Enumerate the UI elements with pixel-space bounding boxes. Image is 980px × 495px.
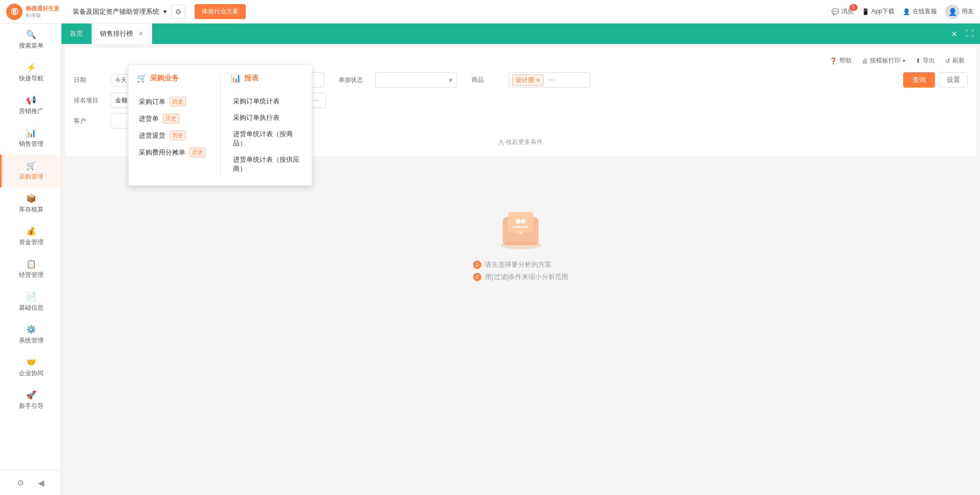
- sidebar-item-cooperation[interactable]: 🤝 企业协同: [0, 351, 61, 384]
- svg-rect-5: [513, 226, 528, 228]
- sidebar-label-finance: 资金管理: [19, 238, 44, 247]
- help-button[interactable]: ❓ 帮助: [826, 54, 855, 67]
- trial-button[interactable]: 体验行业方案: [195, 4, 246, 19]
- menu-item-purchase-order[interactable]: 采购订单 历史: [137, 93, 210, 110]
- collapse-button[interactable]: ⋀ 收起更多条件: [499, 138, 543, 146]
- inventory-icon: 📦: [26, 193, 36, 203]
- base-info-icon: 📄: [26, 292, 36, 302]
- top-header: ⑥ 畅捷通好生意 标准版 装备及固定资产辅助管理系统 ▾ ⚙ 体验行业方案 💬 …: [0, 0, 980, 24]
- menu-item-purchase-order-stat[interactable]: 采购订单统计表: [231, 93, 304, 110]
- user-menu-button[interactable]: 👤 用友: [945, 5, 974, 19]
- inbound-label: 进货单: [139, 114, 159, 123]
- tab-close-icon[interactable]: ✕: [138, 30, 143, 37]
- header-right: 💬 消息 9 📱 App下载 👤 在线客服 👤 用友: [832, 5, 974, 19]
- sidebar-label-base-info: 基础信息: [19, 304, 44, 312]
- hint2-num: ②: [473, 273, 481, 281]
- hint2-text: 用[过滤]条件来缩小分析范围: [485, 273, 568, 281]
- purchase-order-exec-label: 采购订单执行表: [233, 113, 280, 122]
- date-label: 日期: [74, 76, 104, 84]
- tab-home[interactable]: 首页: [61, 24, 92, 44]
- hint1-num: ①: [473, 261, 481, 269]
- sidebar-item-quick-nav[interactable]: ⚡ 快捷导航: [0, 56, 61, 89]
- online-service-button[interactable]: 👤 在线客服: [903, 7, 937, 16]
- inbound-return-label: 进货退货: [139, 131, 165, 140]
- tab-close-page-button[interactable]: ✕: [949, 27, 960, 41]
- help-icon: ❓: [829, 57, 837, 64]
- sidebar-item-finance[interactable]: 💰 资金管理: [0, 220, 61, 253]
- empty-svg: [490, 202, 551, 253]
- sidebar-item-sales[interactable]: 📊 销售管理: [0, 122, 61, 155]
- sidebar-item-purchase[interactable]: 🛒 采购管理: [0, 155, 61, 187]
- menu-item-purchase-order-exec[interactable]: 采购订单执行表: [231, 110, 304, 126]
- brand-tag: 标准版: [26, 12, 59, 18]
- sidebar-label-search: 搜索菜单: [19, 41, 44, 50]
- purchase-expense-hist: 历史: [189, 147, 206, 157]
- empty-hint1: ① 请先选择要分析的方案: [473, 260, 569, 269]
- title-dropdown-arrow[interactable]: ▾: [163, 8, 167, 15]
- user-avatar: 👤: [945, 5, 960, 19]
- cooperation-icon: 🤝: [26, 357, 36, 367]
- logo-icon: ⑥: [6, 4, 23, 20]
- sidebar-label-guide: 新手引导: [19, 402, 44, 411]
- sidebar-bottom: ⚙ ◀: [0, 470, 61, 495]
- page-content: ❓ 帮助 🖨 按模板打印 ▾ ⬆ 导出 ↺: [61, 44, 980, 495]
- print-label: 按模板打印: [870, 56, 901, 65]
- sidebar-collapse-button[interactable]: ◀: [33, 475, 49, 491]
- menu-item-inbound[interactable]: 进货单 历史: [137, 110, 210, 127]
- tab-sales-rank[interactable]: 销售排行榜 ✕: [92, 24, 152, 44]
- reports-col-title-label: 报表: [244, 74, 259, 83]
- message-icon: 💬: [832, 8, 839, 15]
- tab-bar: 首页 销售排行榜 ✕ ✕ ⛶: [61, 24, 980, 44]
- goods-select[interactable]: 设计费 ✕ ···: [508, 72, 590, 88]
- empty-illustration: [490, 202, 551, 253]
- mobile-icon: 📱: [862, 8, 869, 15]
- action-buttons: 查询 设置: [903, 72, 968, 88]
- purchase-col-icon: 🛒: [137, 73, 147, 83]
- query-button[interactable]: 查询: [903, 72, 935, 88]
- menu-col-purchase-title: 🛒 采购业务: [137, 73, 210, 87]
- sidebar-item-base-info[interactable]: 📄 基础信息: [0, 286, 61, 318]
- print-button[interactable]: 🖨 按模板打印 ▾: [859, 54, 908, 67]
- export-button[interactable]: ⬆ 导出: [912, 54, 938, 67]
- brand-name: 畅捷通好生意: [26, 5, 59, 12]
- settings-button[interactable]: 设置: [939, 72, 968, 88]
- toolbar-right: ❓ 帮助 🖨 按模板打印 ▾ ⬆ 导出 ↺: [826, 54, 968, 67]
- sidebar-label-system: 系统管理: [19, 336, 44, 345]
- menu-item-inbound-stat-goods[interactable]: 进货单统计表（按商品）: [231, 126, 304, 152]
- help-label: 帮助: [839, 56, 851, 65]
- sidebar-item-marketing[interactable]: 📢 营销推广: [0, 89, 61, 122]
- user-label: 用友: [962, 7, 974, 16]
- logo-symbol: ⑥: [10, 6, 18, 17]
- customer-label: 客户: [74, 117, 104, 125]
- settings-gear-button[interactable]: ⚙: [171, 5, 185, 19]
- svg-point-4: [521, 219, 526, 224]
- goods-tag-close[interactable]: ✕: [536, 77, 540, 83]
- sidebar-settings-button[interactable]: ⚙: [12, 475, 29, 491]
- notification-button[interactable]: 💬 消息 9: [832, 7, 854, 16]
- guide-icon: 🚀: [26, 390, 36, 400]
- sidebar-item-system[interactable]: ⚙️ 系统管理: [0, 318, 61, 351]
- voucher-status-select[interactable]: ▾: [375, 72, 457, 88]
- menu-item-inbound-return[interactable]: 进货退货 历史: [137, 127, 210, 144]
- purchase-col-title-label: 采购业务: [150, 74, 179, 83]
- system-icon: ⚙️: [26, 325, 36, 334]
- sidebar-item-guide[interactable]: 🚀 新手引导: [0, 384, 61, 417]
- sidebar-item-inventory[interactable]: 📦 库存核算: [0, 187, 61, 220]
- menu-item-purchase-expense[interactable]: 采购费用分摊单 历史: [137, 144, 210, 161]
- quick-nav-icon: ⚡: [26, 62, 36, 72]
- refresh-button[interactable]: ↺ 刷新: [942, 54, 968, 67]
- sidebar-item-operations[interactable]: 📋 经营管理: [0, 253, 61, 286]
- purchase-icon: 🛒: [26, 161, 36, 170]
- menu-item-inbound-stat-supplier[interactable]: 进货单统计表（按供应商）: [231, 152, 304, 177]
- goods-tag-label: 设计费: [516, 76, 534, 84]
- goods-ellipsis-btn[interactable]: ···: [546, 75, 557, 84]
- print-dropdown-arrow[interactable]: ▾: [903, 58, 905, 63]
- app-download-button[interactable]: 📱 App下载: [862, 7, 894, 16]
- voucher-status-arrow: ▾: [449, 76, 453, 84]
- sidebar-item-search[interactable]: 🔍 搜索菜单: [0, 24, 61, 56]
- sidebar: 🔍 搜索菜单 ⚡ 快捷导航 📢 营销推广 📊 销售管理 🛒 采购管理 📦 库存核…: [0, 24, 61, 495]
- empty-hint2: ② 用[过滤]条件来缩小分析范围: [473, 272, 569, 282]
- system-title-text: 装备及固定资产辅助管理系统: [73, 7, 159, 16]
- tab-expand-button[interactable]: ⛶: [964, 27, 976, 40]
- inbound-stat-supplier-label: 进货单统计表（按供应商）: [233, 155, 302, 174]
